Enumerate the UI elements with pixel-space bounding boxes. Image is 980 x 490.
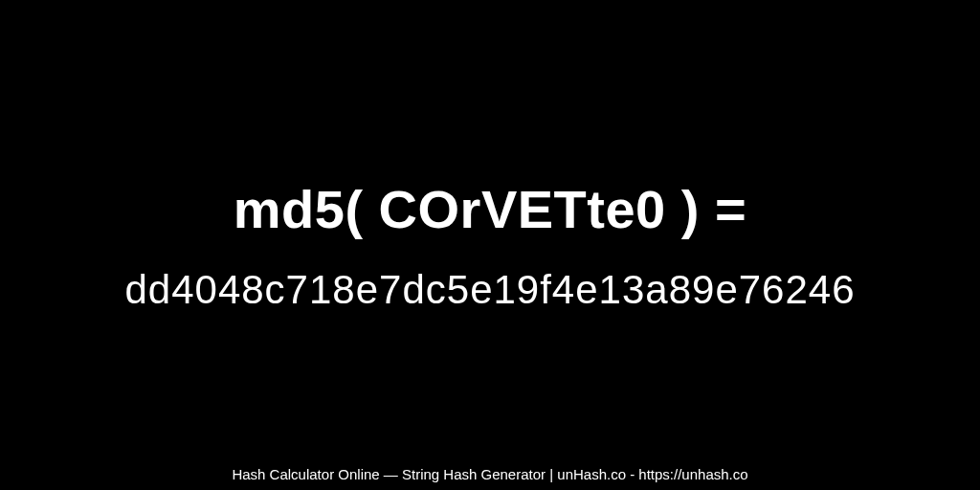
footer-text: Hash Calculator Online — String Hash Gen… — [0, 466, 980, 482]
hash-result: dd4048c718e7dc5e19f4e13a89e76246 — [124, 267, 855, 313]
main-content: md5( COrVETte0 ) = dd4048c718e7dc5e19f4e… — [124, 0, 855, 490]
hash-expression: md5( COrVETte0 ) = — [234, 178, 746, 240]
page-container: md5( COrVETte0 ) = dd4048c718e7dc5e19f4e… — [0, 0, 980, 490]
